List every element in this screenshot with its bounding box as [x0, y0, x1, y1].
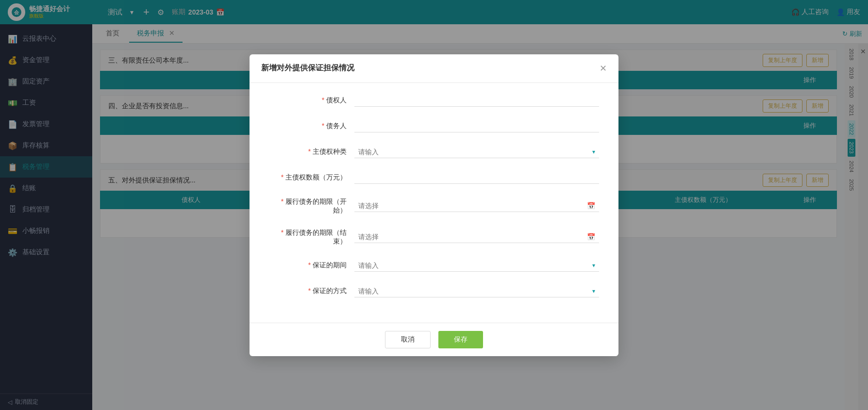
- dialog-close-button[interactable]: ✕: [600, 63, 607, 74]
- form-row-creditor: * 债权人: [269, 95, 599, 107]
- dialog: 新增对外提供保证担保情况 ✕ * 债权人 * 债务人: [250, 54, 618, 356]
- date-period-end[interactable]: 📅: [354, 231, 599, 243]
- dialog-footer: 取消 保存: [250, 323, 618, 356]
- input-debtor[interactable]: [354, 120, 599, 132]
- select-debt-type[interactable]: ▾: [354, 146, 599, 158]
- label-debtor: * 债务人: [269, 122, 347, 131]
- date-period-start[interactable]: 📅: [354, 200, 599, 212]
- form-row-debtor: * 债务人: [269, 120, 599, 132]
- form-row-period-start: * 履行债务的期限（开始） 📅: [269, 197, 599, 215]
- form-row-guarantee-method: * 保证的方式 ▾: [269, 285, 599, 297]
- input-debt-type[interactable]: [358, 148, 592, 156]
- form-row-debt-type: * 主债权种类 ▾: [269, 146, 599, 158]
- form-row-guarantee-period: * 保证的期间 ▾: [269, 260, 599, 272]
- label-period-start: * 履行债务的期限（开始）: [269, 197, 347, 215]
- input-guarantee-period[interactable]: [358, 262, 592, 269]
- label-guarantee-method: * 保证的方式: [269, 287, 347, 295]
- save-button[interactable]: 保存: [438, 331, 483, 348]
- chevron-down-icon-guarantee-period: ▾: [592, 262, 595, 269]
- calendar-start-icon: 📅: [587, 202, 595, 210]
- label-debt-type: * 主债权种类: [269, 148, 347, 156]
- label-guarantee-period: * 保证的期间: [269, 261, 347, 270]
- label-creditor: * 债权人: [269, 96, 347, 105]
- form-row-debt-amount: * 主债权数额（万元）: [269, 172, 599, 184]
- chevron-down-icon-guarantee-method: ▾: [592, 288, 595, 295]
- input-guarantee-method[interactable]: [358, 287, 592, 295]
- label-debt-amount: * 主债权数额（万元）: [269, 173, 347, 182]
- calendar-end-icon: 📅: [587, 233, 595, 241]
- dialog-overlay: 新增对外提供保证担保情况 ✕ * 债权人 * 债务人: [0, 0, 868, 410]
- select-guarantee-period[interactable]: ▾: [354, 260, 599, 272]
- dialog-body: * 债权人 * 债务人 * 主债权种类: [250, 83, 618, 323]
- input-period-start[interactable]: [358, 202, 587, 210]
- input-period-end[interactable]: [358, 233, 587, 241]
- cancel-button[interactable]: 取消: [385, 331, 431, 348]
- label-period-end: * 履行债务的期限（结束）: [269, 229, 347, 246]
- chevron-down-icon-debt-type: ▾: [592, 148, 595, 155]
- input-creditor[interactable]: [354, 95, 599, 107]
- dialog-header: 新增对外提供保证担保情况 ✕: [250, 54, 618, 83]
- form-row-period-end: * 履行债务的期限（结束） 📅: [269, 229, 599, 246]
- dialog-title: 新增对外提供保证担保情况: [261, 63, 354, 73]
- select-guarantee-method[interactable]: ▾: [354, 285, 599, 297]
- input-debt-amount[interactable]: [354, 172, 599, 184]
